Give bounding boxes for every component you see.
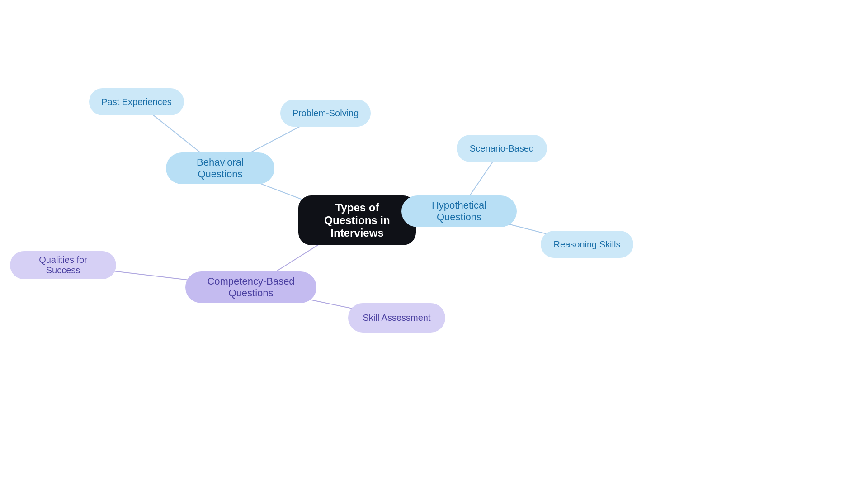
reasoning-skills-label: Reasoning Skills <box>554 239 621 250</box>
reasoning-skills-node: Reasoning Skills <box>541 231 633 258</box>
competency-based-node: Competency-Based Questions <box>185 271 316 303</box>
problem-solving-node: Problem-Solving <box>280 100 371 127</box>
past-experiences-label: Past Experiences <box>101 97 172 107</box>
scenario-based-label: Scenario-Based <box>470 143 534 154</box>
hypothetical-questions-node: Hypothetical Questions <box>401 195 517 227</box>
qualities-success-node: Qualities for Success <box>10 251 116 279</box>
hypothetical-label: Hypothetical Questions <box>412 200 506 223</box>
problem-solving-label: Problem-Solving <box>292 108 359 119</box>
qualities-label: Qualities for Success <box>21 255 105 276</box>
past-experiences-node: Past Experiences <box>89 88 184 115</box>
skill-assessment-label: Skill Assessment <box>363 313 430 323</box>
center-node: Types of Questions in Interviews <box>298 195 416 245</box>
competency-label: Competency-Based Questions <box>196 276 306 299</box>
center-label: Types of Questions in Interviews <box>309 201 405 239</box>
skill-assessment-node: Skill Assessment <box>348 303 445 333</box>
scenario-based-node: Scenario-Based <box>457 135 547 162</box>
behavioral-label: Behavioral Questions <box>177 157 264 180</box>
behavioral-questions-node: Behavioral Questions <box>166 152 274 184</box>
